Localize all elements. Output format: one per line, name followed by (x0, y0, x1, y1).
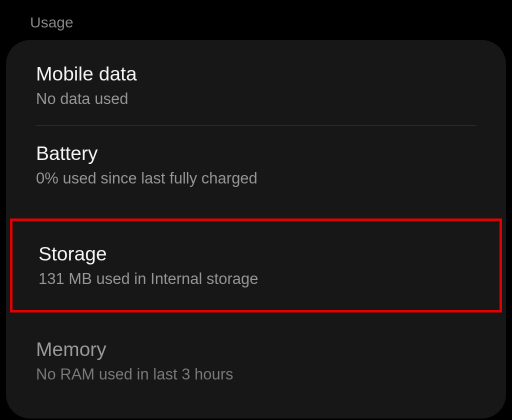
mobile-data-subtitle: No data used (36, 90, 476, 108)
mobile-data-item[interactable]: Mobile data No data used (6, 46, 506, 125)
storage-subtitle: 131 MB used in Internal storage (38, 270, 474, 288)
battery-subtitle: 0% used since last fully charged (36, 170, 476, 188)
mobile-data-title: Mobile data (36, 63, 476, 85)
battery-title: Battery (36, 142, 476, 164)
highlight-annotation: Storage 131 MB used in Internal storage (10, 218, 502, 312)
storage-title: Storage (38, 243, 474, 265)
battery-item[interactable]: Battery 0% used since last fully charged (6, 126, 506, 204)
memory-item[interactable]: Memory No RAM used in last 3 hours (6, 322, 506, 400)
usage-panel: Mobile data No data used Battery 0% used… (6, 40, 506, 418)
storage-item[interactable]: Storage 131 MB used in Internal storage (12, 221, 500, 310)
memory-title: Memory (36, 338, 476, 360)
memory-subtitle: No RAM used in last 3 hours (36, 366, 476, 384)
section-header: Usage (0, 0, 512, 40)
